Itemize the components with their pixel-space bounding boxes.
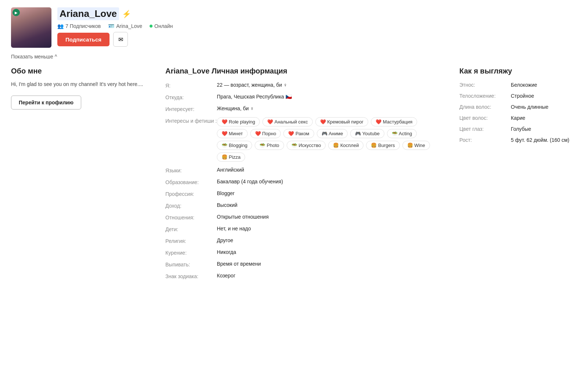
about-section: Обо мне Hi, I'm glad to see you on my ch…: [11, 67, 151, 109]
value-relations: Открытые отношения: [217, 214, 445, 220]
appearance-label: Рост:: [459, 137, 511, 143]
interest-tag: 🥗 Acting: [387, 129, 417, 138]
subscribers-count: 7 Подписчиков: [65, 23, 101, 29]
label-drinking: Выпивать:: [165, 261, 217, 268]
value-drinking: Время от времени: [217, 261, 445, 267]
interest-tag: 🥗 Искусство: [287, 141, 326, 150]
appearance-value: 5 фут. 62 дюйм. (160 см): [511, 137, 577, 143]
interest-tag: ❤️ Порно: [250, 129, 281, 138]
value-interested: Женщина, би ♀: [217, 105, 445, 111]
id-icon: 🪪: [108, 23, 114, 29]
label-interested: Интересует:: [165, 105, 217, 112]
verified-icon: ⚡: [122, 10, 131, 18]
about-text: Hi, I'm glad to see you on my channel! I…: [11, 80, 151, 88]
value-ya: 22 — возраст, женщина, би ♀: [217, 82, 445, 88]
value-smoking: Никогда: [217, 249, 445, 255]
appearance-value: Карие: [511, 115, 577, 121]
appearance-value: Очень длинные: [511, 104, 577, 110]
label-from: Откуда:: [165, 94, 217, 100]
label-income: Доход:: [165, 202, 217, 209]
label-profession: Профессия:: [165, 190, 217, 197]
interest-tag: 🥗 Blogging: [217, 141, 252, 150]
handle-item: 🪪 Arina_Love: [108, 23, 142, 29]
label-languages: Языки:: [165, 167, 217, 173]
personal-info-table: Я: 22 — возраст, женщина, би ♀ Откуда: П…: [165, 82, 445, 279]
interest-tag: ❤️ Мастурбация: [371, 117, 417, 126]
meta-row: 👥 7 Подписчиков 🪪 Arina_Love Онлайн: [57, 23, 173, 29]
label-interests: Интересы и фетиши :: [165, 117, 217, 124]
label-children: Дети:: [165, 226, 217, 232]
appearance-value: Голубые: [511, 126, 577, 132]
appearance-label: Цвет глаз:: [459, 126, 511, 132]
online-item: Онлайн: [150, 23, 173, 29]
online-dot: [150, 25, 153, 28]
label-education: Образование:: [165, 179, 217, 185]
envelope-icon: ✉: [118, 36, 123, 43]
actions-row: Подписаться ✉: [57, 32, 173, 47]
interest-tag: 🍔 Pizza: [217, 152, 245, 162]
play-icon: ▶: [15, 11, 18, 15]
interest-tag: ❤️ Анальный секс: [262, 117, 313, 126]
live-badge: ▶: [12, 9, 20, 16]
label-religion: Религия:: [165, 237, 217, 244]
interest-tag: ❤️ Кремовый пирог: [315, 117, 368, 126]
personal-section: Ariana_Love Личная информация Я: 22 — во…: [165, 67, 445, 279]
interest-tag: 🍔 Косплей: [328, 141, 363, 150]
interest-tag: ❤️ Role playing: [217, 117, 260, 126]
value-religion: Другое: [217, 237, 445, 243]
main-grid: Обо мне Hi, I'm glad to see you on my ch…: [11, 67, 577, 279]
personal-title: Ariana_Love Личная информация: [165, 67, 445, 75]
appearance-label: Этнос:: [459, 82, 511, 88]
people-icon: 👥: [57, 23, 64, 29]
interests-tags: ❤️ Role playing❤️ Анальный секс❤️ Кремов…: [217, 117, 445, 162]
value-from: Прага, Чешская Республика 🇨🇿: [217, 94, 445, 100]
value-profession: Blogger: [217, 190, 445, 196]
appearance-section: Как я выгляжу Этнос:БелокожиеТелосложени…: [459, 67, 577, 143]
username: Ariana_Love: [57, 7, 119, 20]
profile-header: ▶ Ariana_Love ⚡ 👥 7 Подписчиков 🪪 Arina_…: [11, 7, 577, 48]
profile-info: Ariana_Love ⚡ 👥 7 Подписчиков 🪪 Arina_Lo…: [57, 7, 173, 47]
appearance-value: Стройное: [511, 93, 577, 99]
appearance-table: Этнос:БелокожиеТелосложение:СтройноеДлин…: [459, 82, 577, 143]
appearance-label: Телосложение:: [459, 93, 511, 99]
message-button[interactable]: ✉: [113, 32, 128, 47]
interest-tag: ❤️ Минет: [217, 129, 248, 138]
interest-tag: 🥗 Photo: [255, 141, 284, 150]
appearance-value: Белокожие: [511, 82, 577, 88]
avatar: ▶: [11, 7, 51, 48]
value-zodiac: Козерог: [217, 273, 445, 279]
value-education: Бакалавр (4 года обучения): [217, 179, 445, 184]
label-relations: Отношения:: [165, 214, 217, 220]
subscribe-button[interactable]: Подписаться: [57, 33, 110, 46]
online-label: Онлайн: [154, 23, 173, 29]
appearance-title: Как я выгляжу: [459, 67, 577, 75]
interest-tag: 🍔 Wine: [402, 141, 430, 150]
appearance-label: Длина волос:: [459, 104, 511, 110]
value-children: Нет, и не надо: [217, 226, 445, 231]
about-title: Обо мне: [11, 67, 151, 75]
interest-tag: 🍔 Burgers: [366, 141, 399, 150]
subscribers-item: 👥 7 Подписчиков: [57, 23, 101, 29]
value-languages: Английский: [217, 167, 445, 173]
label-zodiac: Знак зодиака:: [165, 273, 217, 279]
handle-text: Arina_Love: [116, 23, 142, 29]
interest-tag: 🎮 Аниме: [317, 129, 348, 138]
username-row: Ariana_Love ⚡: [57, 7, 173, 20]
appearance-label: Цвет волос:: [459, 115, 511, 121]
interest-tag: ❤️ Раком: [283, 129, 314, 138]
interest-tag: 🎮 Youtube: [350, 129, 384, 138]
label-smoking: Курение:: [165, 249, 217, 256]
label-ya: Я:: [165, 82, 217, 89]
value-income: Высокий: [217, 202, 445, 208]
goto-profile-button[interactable]: Перейти к профилию: [11, 96, 81, 109]
show-less-toggle[interactable]: Показать меньше ^: [11, 54, 577, 60]
